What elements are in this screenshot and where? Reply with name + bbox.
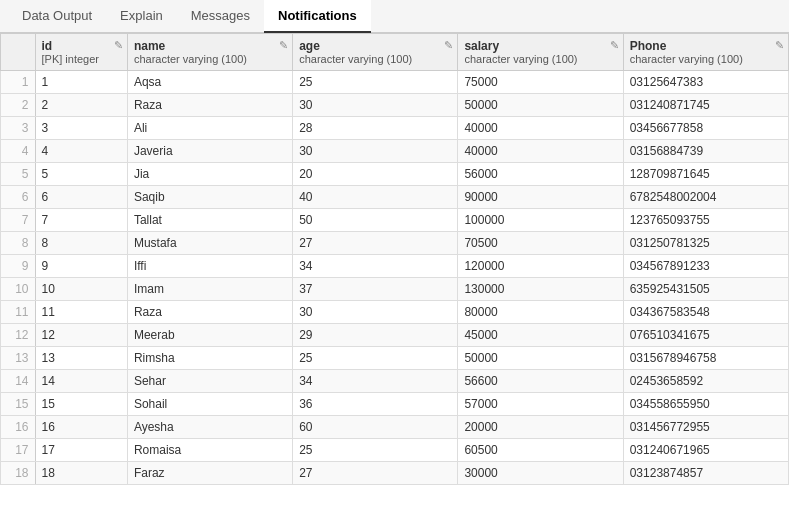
table-container: id[PK] integer✎namecharacter varying (10…	[0, 33, 789, 485]
table-row[interactable]: 1111Raza3080000034367583548	[1, 301, 789, 324]
cell-id: 5	[35, 163, 127, 186]
cell-phone: 0315678946758	[623, 347, 788, 370]
table-row[interactable]: 11Aqsa257500003125647383	[1, 71, 789, 94]
cell-name: Meerab	[127, 324, 292, 347]
row-number-header	[1, 34, 36, 71]
cell-salary: 50000	[458, 94, 623, 117]
table-row[interactable]: 44Javeria304000003156884739	[1, 140, 789, 163]
cell-salary: 70500	[458, 232, 623, 255]
column-header-id: id[PK] integer✎	[35, 34, 127, 71]
tab-data-output[interactable]: Data Output	[8, 0, 106, 33]
table-row[interactable]: 1212Meerab2945000076510341675	[1, 324, 789, 347]
cell-age: 30	[293, 94, 458, 117]
row-number: 1	[1, 71, 36, 94]
cell-name: Raza	[127, 301, 292, 324]
cell-id: 8	[35, 232, 127, 255]
table-row[interactable]: 1616Ayesha6020000031456772955	[1, 416, 789, 439]
cell-age: 34	[293, 370, 458, 393]
cell-age: 30	[293, 140, 458, 163]
cell-phone: 03156884739	[623, 140, 788, 163]
row-number: 15	[1, 393, 36, 416]
cell-id: 14	[35, 370, 127, 393]
cell-id: 4	[35, 140, 127, 163]
table-row[interactable]: 1010Imam37130000635925431505	[1, 278, 789, 301]
table-row[interactable]: 1414Sehar345660002453658592	[1, 370, 789, 393]
cell-name: Raza	[127, 94, 292, 117]
row-number: 10	[1, 278, 36, 301]
edit-icon[interactable]: ✎	[775, 39, 784, 52]
cell-salary: 57000	[458, 393, 623, 416]
cell-name: Aqsa	[127, 71, 292, 94]
cell-name: Sehar	[127, 370, 292, 393]
tab-notifications[interactable]: Notifications	[264, 0, 371, 33]
cell-phone: 03456677858	[623, 117, 788, 140]
edit-icon[interactable]: ✎	[114, 39, 123, 52]
cell-salary: 56600	[458, 370, 623, 393]
cell-name: Rimsha	[127, 347, 292, 370]
cell-name: Mustafa	[127, 232, 292, 255]
cell-age: 36	[293, 393, 458, 416]
cell-salary: 45000	[458, 324, 623, 347]
tab-explain[interactable]: Explain	[106, 0, 177, 33]
cell-salary: 130000	[458, 278, 623, 301]
table-row[interactable]: 77Tallat50100000123765093755	[1, 209, 789, 232]
table-row[interactable]: 1515Sohail3657000034558655950	[1, 393, 789, 416]
cell-age: 60	[293, 416, 458, 439]
table-header: id[PK] integer✎namecharacter varying (10…	[1, 34, 789, 71]
cell-age: 27	[293, 232, 458, 255]
cell-age: 50	[293, 209, 458, 232]
cell-salary: 50000	[458, 347, 623, 370]
cell-id: 13	[35, 347, 127, 370]
table-row[interactable]: 99Iffi34120000034567891233	[1, 255, 789, 278]
table-row[interactable]: 1717Romaisa2560500031240671965	[1, 439, 789, 462]
cell-id: 17	[35, 439, 127, 462]
edit-icon[interactable]: ✎	[279, 39, 288, 52]
cell-name: Javeria	[127, 140, 292, 163]
cell-phone: 031456772955	[623, 416, 788, 439]
row-number: 14	[1, 370, 36, 393]
tab-messages[interactable]: Messages	[177, 0, 264, 33]
column-header-name: namecharacter varying (100)✎	[127, 34, 292, 71]
column-header-phone: Phonecharacter varying (100)✎	[623, 34, 788, 71]
cell-id: 16	[35, 416, 127, 439]
tab-bar: Data OutputExplainMessagesNotifications	[0, 0, 789, 33]
cell-age: 25	[293, 439, 458, 462]
cell-id: 18	[35, 462, 127, 485]
row-number: 11	[1, 301, 36, 324]
cell-id: 1	[35, 71, 127, 94]
cell-age: 27	[293, 462, 458, 485]
cell-salary: 60500	[458, 439, 623, 462]
table-row[interactable]: 33Ali284000003456677858	[1, 117, 789, 140]
cell-phone: 123765093755	[623, 209, 788, 232]
cell-name: Romaisa	[127, 439, 292, 462]
column-header-salary: salarycharacter varying (100)✎	[458, 34, 623, 71]
table-row[interactable]: 55Jia2056000128709871645	[1, 163, 789, 186]
table-row[interactable]: 88Mustafa2770500031250781325	[1, 232, 789, 255]
table-row[interactable]: 66Saqib40900006782548002004	[1, 186, 789, 209]
cell-age: 30	[293, 301, 458, 324]
row-number: 16	[1, 416, 36, 439]
cell-phone: 031250781325	[623, 232, 788, 255]
row-number: 12	[1, 324, 36, 347]
table-row[interactable]: 22Raza3050000031240871745	[1, 94, 789, 117]
table-row[interactable]: 1313Rimsha25500000315678946758	[1, 347, 789, 370]
cell-name: Sohail	[127, 393, 292, 416]
column-header-age: agecharacter varying (100)✎	[293, 34, 458, 71]
cell-age: 29	[293, 324, 458, 347]
cell-salary: 75000	[458, 71, 623, 94]
cell-phone: 03123874857	[623, 462, 788, 485]
cell-id: 2	[35, 94, 127, 117]
edit-icon[interactable]: ✎	[610, 39, 619, 52]
cell-salary: 100000	[458, 209, 623, 232]
edit-icon[interactable]: ✎	[444, 39, 453, 52]
cell-salary: 40000	[458, 117, 623, 140]
cell-name: Imam	[127, 278, 292, 301]
table-row[interactable]: 1818Faraz273000003123874857	[1, 462, 789, 485]
cell-phone: 6782548002004	[623, 186, 788, 209]
cell-phone: 635925431505	[623, 278, 788, 301]
cell-age: 28	[293, 117, 458, 140]
row-number: 2	[1, 94, 36, 117]
row-number: 7	[1, 209, 36, 232]
row-number: 5	[1, 163, 36, 186]
cell-id: 6	[35, 186, 127, 209]
